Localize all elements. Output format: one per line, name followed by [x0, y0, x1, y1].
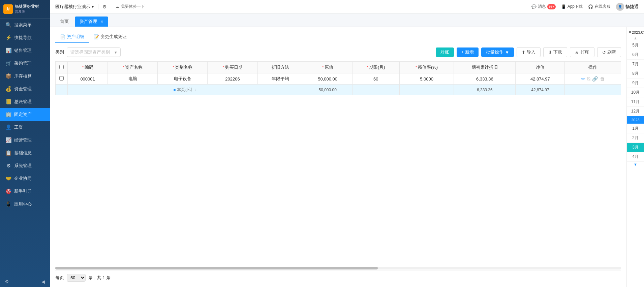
- sidebar-item-system[interactable]: ⚙ 系统管理: [0, 159, 50, 172]
- rp-month-3-active[interactable]: 3月: [627, 143, 644, 152]
- row-checkbox[interactable]: [59, 76, 64, 81]
- subtabs: 📄 资产明细 📝 变更生成凭证: [55, 31, 621, 43]
- print-button[interactable]: 🖨 打印: [570, 47, 594, 57]
- rp-header: ✕ 2023.03 ⤢: [627, 29, 644, 35]
- link-icon[interactable]: 🔗: [592, 76, 598, 82]
- sidebar-item-payroll[interactable]: 👤 工资: [0, 121, 50, 134]
- batch-button[interactable]: 批量操作 ▼: [481, 47, 514, 57]
- add-button[interactable]: + 新增: [457, 47, 479, 57]
- logo-icon: 财: [3, 4, 13, 14]
- sidebar-item-guide[interactable]: 🎯 新手引导: [0, 185, 50, 198]
- col-operations: 操作: [565, 62, 621, 73]
- rp-month-8[interactable]: 8月: [627, 69, 644, 78]
- system-icon: ⚙: [5, 163, 11, 169]
- tab-home[interactable]: 首页: [55, 17, 73, 27]
- rp-month-5[interactable]: 5月: [627, 41, 644, 50]
- per-page-select[interactable]: 50 100 200: [67, 274, 86, 282]
- cell-name: 电脑: [108, 73, 158, 85]
- subtotal-original-value: 50,000.00: [303, 85, 352, 95]
- toolbar-actions: 对账 + 新增 批量操作 ▼ ⬆ 导入 ⬇ 下载: [436, 47, 621, 57]
- message-btn[interactable]: 💬 消息 99+: [531, 4, 555, 9]
- apps-icon: 📱: [5, 201, 11, 207]
- subtab-change-voucher[interactable]: 📝 变更生成凭证: [89, 31, 131, 43]
- experience-btn[interactable]: ☁ 我要体验一下: [115, 4, 145, 9]
- message-icon: 💬: [531, 4, 536, 9]
- sales-icon: 📊: [5, 47, 11, 54]
- category-filter[interactable]: 请选择固定资产类别 ▾: [67, 47, 121, 57]
- collapse-icon[interactable]: ◀: [41, 279, 45, 284]
- cell-code: 000001: [68, 73, 108, 85]
- cell-category: 电子设备: [158, 73, 208, 85]
- coop-icon: 🤝: [5, 176, 11, 182]
- rp-month-4[interactable]: 4月: [627, 152, 644, 162]
- horizontal-scrollbar[interactable]: [55, 266, 621, 270]
- delete-icon[interactable]: 🗑: [600, 76, 605, 82]
- sidebar-item-ledger[interactable]: 📒 总账管理: [0, 95, 50, 108]
- sidebar-item-fixed[interactable]: 🏢 固定资产: [0, 108, 50, 121]
- tab-asset-mgmt[interactable]: 资产管理 ✕: [75, 17, 108, 27]
- download-button[interactable]: ⬇ 下载: [543, 47, 567, 57]
- sidebar-item-basic[interactable]: 📋 基础信息: [0, 147, 50, 159]
- settings-bottom-icon[interactable]: ⚙: [5, 279, 9, 284]
- subtotal-net-value: 42,874.97: [516, 85, 565, 95]
- page-content: 📄 资产明细 📝 变更生成凭证 类别 请选择固定资产类别 ▾: [50, 27, 644, 287]
- topbar-divider: [98, 4, 98, 9]
- sidebar-item-operations[interactable]: 📈 经营管理: [0, 134, 50, 147]
- rp-month-10[interactable]: 10月: [627, 88, 644, 97]
- app-download-btn[interactable]: 📱 App下载: [561, 4, 583, 9]
- subtab-asset-detail[interactable]: 📄 资产明细: [55, 31, 89, 43]
- total-text: 条，共 1 条: [88, 275, 111, 281]
- sidebar-item-label: 经营管理: [14, 137, 32, 143]
- rp-month-6[interactable]: 6月: [627, 50, 644, 60]
- col-residual-rate: *残值率(%): [399, 62, 454, 73]
- purchase-icon: 🛒: [5, 60, 11, 66]
- quicknav-icon: ⚡: [5, 35, 11, 41]
- operations-icon: 📈: [5, 137, 11, 143]
- sidebar-item-apps[interactable]: 📱 应用中心: [0, 198, 50, 211]
- col-period: *期限(月): [352, 62, 399, 73]
- rp-month-12[interactable]: 12月: [627, 107, 644, 116]
- export-button[interactable]: ⬆ 导入: [517, 47, 541, 57]
- sidebar-item-coop[interactable]: 🤝 企业协同: [0, 172, 50, 185]
- sidebar-nav: 🔍 搜索菜单 ⚡ 快捷导航 📊 销售管理 🛒 采购管理 📦 库存核算 💰 资金管…: [0, 19, 50, 276]
- scrollbar-track: [55, 267, 621, 269]
- rp-month-11[interactable]: 11月: [627, 97, 644, 107]
- rp-month-2[interactable]: 2月: [627, 133, 644, 143]
- copy-icon[interactable]: ⎘: [587, 76, 590, 82]
- sidebar-item-label: 系统管理: [14, 163, 32, 169]
- rp-down-arrow[interactable]: ▼: [627, 162, 644, 167]
- refresh-icon: ↺: [602, 50, 606, 55]
- company-selector[interactable]: 医疗器械行业演示 ▾: [55, 4, 94, 10]
- reconcile-button[interactable]: 对账: [436, 47, 454, 57]
- table-row: 000001 电脑 电子设备 202206 年限平均 50,000.00 60 …: [56, 73, 621, 85]
- topbar: 医疗器械行业演示 ▾ ⚙ ☁ 我要体验一下 💬 消息 99+ 📱 App下载 🎧…: [50, 0, 644, 13]
- sidebar-item-inventory[interactable]: 📦 库存核算: [0, 70, 50, 83]
- rp-year-label: 2023.03: [632, 30, 644, 34]
- voucher-icon: 📝: [94, 34, 99, 39]
- subtotal-initial-depreciation: 6,333.36: [454, 85, 516, 95]
- sidebar-item-sales[interactable]: 📊 销售管理: [0, 44, 50, 57]
- cell-original-value: 50,000.00: [303, 73, 352, 85]
- username: 畅捷通: [625, 4, 639, 10]
- edit-icon[interactable]: ✏: [581, 76, 585, 82]
- main-content: 医疗器械行业演示 ▾ ⚙ ☁ 我要体验一下 💬 消息 99+ 📱 App下载 🎧…: [50, 0, 644, 287]
- sidebar-item-search[interactable]: 🔍 搜索菜单: [0, 19, 50, 31]
- refresh-button[interactable]: ↺ 刷新: [597, 47, 621, 57]
- rp-month-9[interactable]: 9月: [627, 78, 644, 88]
- funds-icon: 💰: [5, 86, 11, 92]
- rp-month-7[interactable]: 7月: [627, 60, 644, 69]
- select-all-checkbox[interactable]: [59, 65, 64, 69]
- sidebar-item-purchase[interactable]: 🛒 采购管理: [0, 57, 50, 70]
- rp-month-1[interactable]: 1月: [627, 124, 644, 133]
- rp-up-arrow[interactable]: ▲: [627, 35, 644, 41]
- sidebar-item-quicknav[interactable]: ⚡ 快捷导航: [0, 31, 50, 44]
- sidebar-item-funds[interactable]: 💰 资金管理: [0, 83, 50, 95]
- chevron-down-icon: ▾: [115, 50, 117, 55]
- user-menu[interactable]: 👤 畅捷通: [616, 3, 639, 11]
- col-initial-depreciation: 期初累计折旧: [454, 62, 516, 73]
- rp-close-icon[interactable]: ✕: [628, 30, 632, 35]
- online-service-btn[interactable]: 🎧 在线客服: [588, 4, 611, 9]
- settings-icon[interactable]: ⚙: [102, 4, 107, 9]
- tab-close-icon[interactable]: ✕: [100, 20, 103, 24]
- toolbar-filters: 类别 请选择固定资产类别 ▾: [55, 47, 432, 57]
